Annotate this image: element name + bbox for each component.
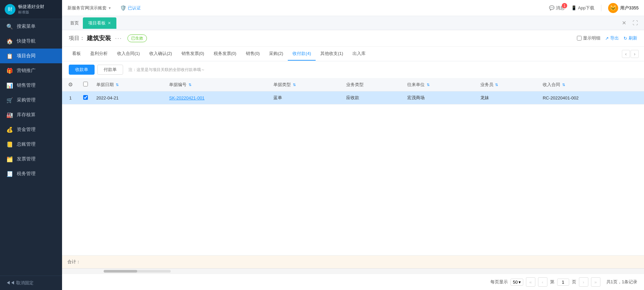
table-row[interactable]: 1 2022-04-21 SK-20220421-001 蓝单	[62, 91, 644, 104]
summary-label: 合计：	[67, 259, 80, 265]
sort-salesman-icon: ⇅	[495, 83, 498, 87]
tab-receipt[interactable]: 收付款(4)	[288, 47, 316, 61]
sidebar-item-project[interactable]: 📋 项目合同	[0, 49, 62, 63]
sidebar-item-marketing[interactable]: 🎁 营销推广	[0, 63, 62, 78]
show-detail-checkbox[interactable]	[577, 36, 582, 41]
last-page-button[interactable]: »	[591, 277, 600, 287]
page-size-label: 每页显示	[490, 279, 508, 285]
horizontal-scrollbar-thumb[interactable]	[104, 270, 137, 273]
sidebar-item-label-sales: 销售管理	[17, 82, 36, 88]
tab-inout[interactable]: 出入库	[348, 47, 370, 61]
cell-partner: 宏茂商场	[403, 91, 476, 104]
page-actions-bar: 项目： 建筑安装 ··· 已生效 显示明细 ↗ 导出 ↻ 刷新	[62, 30, 644, 47]
page-size-value: 50	[513, 280, 518, 285]
export-button[interactable]: ↗ 导出	[605, 35, 619, 41]
tab-kanban[interactable]: 看板	[67, 47, 86, 61]
tab-profit[interactable]: 盈利分析	[86, 47, 112, 61]
message-button[interactable]: 💬 消息 1	[549, 5, 565, 11]
col-date[interactable]: 单据日期 ⇅	[92, 78, 165, 91]
sidebar-item-tax[interactable]: 🧾 税务管理	[0, 166, 62, 181]
window-maximize-button[interactable]: ⛶	[631, 18, 640, 28]
tab-income-contract[interactable]: 收入合同(1)	[112, 47, 145, 61]
tab-kanban-label: 看板	[72, 51, 81, 56]
row-number-link[interactable]: SK-20220421-001	[169, 95, 205, 100]
sidebar-item-ledger[interactable]: 📒 总账管理	[0, 137, 62, 152]
col-type[interactable]: 单据类型 ⇅	[269, 78, 342, 91]
certified-label: 已认证	[128, 5, 141, 11]
tab-tax-invoice[interactable]: 税务发票(0)	[209, 47, 241, 61]
user-area[interactable]: 🐱 用户3355	[608, 3, 639, 13]
tab-sales-label: 销售(0)	[246, 51, 260, 56]
sidebar-item-search[interactable]: 🔍 搜索菜单	[0, 19, 62, 34]
tab-sales-invoice[interactable]: 销售发票(0)	[177, 47, 209, 61]
tab-other-expense-label: 其他收支(1)	[320, 51, 343, 56]
sidebar-item-sales[interactable]: 📊 销售管理	[0, 78, 62, 93]
refresh-button[interactable]: ↻ 刷新	[624, 35, 637, 41]
status-badge: 已生效	[127, 34, 147, 42]
sidebar-item-quicknav[interactable]: 🏠 快捷导航	[0, 34, 62, 49]
page-more-icon[interactable]: ···	[115, 35, 122, 42]
tab-home-label: 首页	[70, 20, 79, 25]
receipt-tab-button[interactable]: 收款单	[69, 65, 95, 75]
tab-bar: 首页 项目看板 ✕ ✕ ⛶	[62, 16, 644, 30]
next-page-button[interactable]: ›	[579, 277, 588, 287]
col-income-contract[interactable]: 收入合同 ⇅	[539, 78, 644, 91]
col-checkbox	[79, 78, 92, 91]
window-close-button[interactable]: ✕	[619, 18, 629, 28]
sidebar-item-purchase[interactable]: 🛒 采购管理	[0, 93, 62, 107]
horizontal-scrollbar-track[interactable]	[104, 270, 171, 273]
col-biz-type-label: 业务类型	[346, 82, 364, 87]
tab-other-expense[interactable]: 其他收支(1)	[316, 47, 348, 61]
receipts-table: ⚙ 单据日期 ⇅ 单据编号 ⇅	[62, 78, 644, 104]
demo-account-label: 新服务官网演示账套	[67, 5, 107, 11]
col-number[interactable]: 单据编号 ⇅	[165, 78, 269, 91]
row-number: 1	[69, 95, 71, 100]
tab-purchase[interactable]: 采购(2)	[264, 47, 288, 61]
payment-tab-button[interactable]: 付款单	[97, 65, 123, 75]
table-container: ⚙ 单据日期 ⇅ 单据编号 ⇅	[62, 78, 644, 255]
row-income-contract: RC-20220401-002	[543, 95, 579, 100]
cell-income-contract: RC-20220401-002	[539, 91, 644, 104]
sort-number-icon: ⇅	[189, 83, 192, 87]
tab-project-board[interactable]: 项目看板 ✕	[83, 17, 116, 29]
page-size-selector[interactable]: 50 ▾	[511, 279, 523, 286]
inventory-icon: 🏭	[6, 111, 13, 119]
page-unit: 页	[572, 279, 576, 285]
export-icon: ↗	[605, 36, 609, 41]
tab-profit-label: 盈利分析	[90, 51, 108, 56]
col-number-label: 单据编号	[169, 82, 186, 87]
cell-biz-type: 应收款	[342, 91, 403, 104]
table-header-row: ⚙ 单据日期 ⇅ 单据编号 ⇅	[62, 78, 644, 91]
tab-close-icon[interactable]: ✕	[108, 21, 111, 25]
page-word: 第	[550, 279, 554, 285]
sidebar-item-invoice[interactable]: 🗂️ 发票管理	[0, 152, 62, 166]
col-date-label: 单据日期	[96, 82, 114, 87]
user-name: 用户3355	[620, 5, 639, 11]
tab-income-confirm[interactable]: 收入确认(2)	[145, 47, 177, 61]
prev-page-button[interactable]: ‹	[538, 277, 547, 287]
col-settings: ⚙	[62, 78, 79, 91]
tab-home[interactable]: 首页	[66, 17, 83, 29]
sidebar-item-inventory[interactable]: 🏭 库存核算	[0, 107, 62, 122]
row-partner: 宏茂商场	[407, 95, 425, 100]
nav-prev-arrow[interactable]: ‹	[622, 50, 630, 58]
row-checkbox[interactable]	[83, 95, 88, 100]
col-income-contract-label: 收入合同	[543, 82, 560, 87]
nav-next-arrow[interactable]: ›	[631, 50, 639, 58]
select-all-checkbox[interactable]	[83, 82, 88, 86]
tab-sales[interactable]: 销售(0)	[241, 47, 265, 61]
sidebar-item-finance[interactable]: 💰 资金管理	[0, 122, 62, 137]
cell-number: SK-20220421-001	[165, 91, 269, 104]
sort-date-icon: ⇅	[116, 83, 119, 87]
demo-account-selector[interactable]: 新服务官网演示账套 ▾	[67, 5, 111, 11]
sidebar-unpin-button[interactable]: ◀◀ 取消固定	[0, 276, 62, 290]
show-detail-checkbox-label[interactable]: 显示明细	[577, 35, 600, 41]
settings-icon[interactable]: ⚙	[68, 82, 73, 87]
tab-income-confirm-label: 收入确认(2)	[149, 51, 172, 56]
page-number-input[interactable]	[557, 279, 569, 286]
col-partner[interactable]: 往来单位 ⇅	[403, 78, 476, 91]
payment-tab-label: 付款单	[104, 67, 117, 72]
first-page-button[interactable]: «	[526, 277, 535, 287]
col-salesman[interactable]: 业务员 ⇅	[476, 78, 539, 91]
app-download-button[interactable]: 📱 App下载	[571, 5, 594, 11]
